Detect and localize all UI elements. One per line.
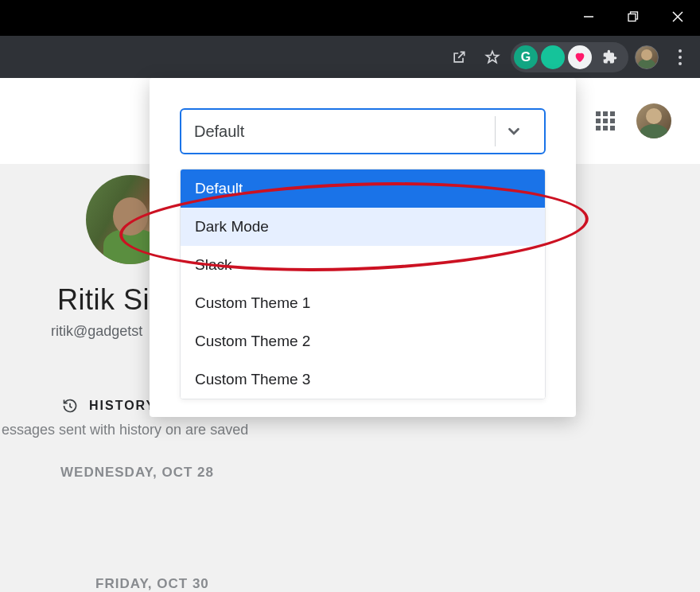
close-icon [672,11,683,22]
theme-option-dark-mode[interactable]: Dark Mode [181,208,545,246]
theme-select-caret[interactable] [495,116,531,146]
history-description: essages sent with history on are saved [2,422,248,438]
theme-option-slack[interactable]: Slack [181,246,545,284]
theme-option-custom-2[interactable]: Custom Theme 2 [181,322,545,360]
extension-green[interactable] [541,45,565,69]
date-header-2: FRIDAY, OCT 30 [95,576,209,592]
extension-heart[interactable] [568,45,592,69]
bookmark-star-button[interactable] [477,42,508,72]
theme-options-list: Default Dark Mode Slack Custom Theme 1 C… [180,169,546,399]
kebab-icon [679,49,682,65]
open-in-new-button[interactable] [444,42,474,72]
theme-select-value: Default [194,123,244,141]
heart-icon [574,51,586,64]
history-label: HISTORY [89,399,156,413]
theme-select[interactable]: Default [180,108,546,154]
profile-avatar-small[interactable] [632,42,662,72]
browser-toolbar: G [0,33,700,78]
chevron-down-icon [505,123,523,140]
history-icon [62,398,78,414]
window-close-button[interactable] [655,0,700,33]
window-restore-button[interactable] [611,0,655,33]
extensions-group: G [511,42,628,72]
extension-grammarly[interactable]: G [514,45,538,69]
theme-option-default[interactable]: Default [181,169,545,208]
account-avatar[interactable] [636,103,671,138]
minimize-icon [583,11,594,22]
puzzle-icon [602,49,618,65]
window-titlebar [0,0,700,33]
open-in-new-icon [451,49,467,65]
profile-email: ritik@gadgetst [51,323,142,340]
history-section-header: HISTORY [62,398,156,414]
theme-option-custom-3[interactable]: Custom Theme 3 [181,360,545,399]
google-apps-button[interactable] [590,106,620,136]
extensions-menu-button[interactable] [595,42,625,72]
avatar-icon [635,45,659,69]
date-header-1: WEDNESDAY, OCT 28 [60,465,214,481]
window-minimize-button[interactable] [566,0,611,33]
star-icon [484,49,500,65]
browser-menu-button[interactable] [665,42,695,72]
display-name: Ritik Si [57,283,150,317]
restore-icon [628,11,639,22]
svg-rect-2 [628,14,636,21]
theme-option-custom-1[interactable]: Custom Theme 1 [181,284,545,322]
theme-dropdown-panel: Default Default Dark Mode Slack Custom T… [150,78,576,417]
apps-grid-icon [596,111,615,130]
